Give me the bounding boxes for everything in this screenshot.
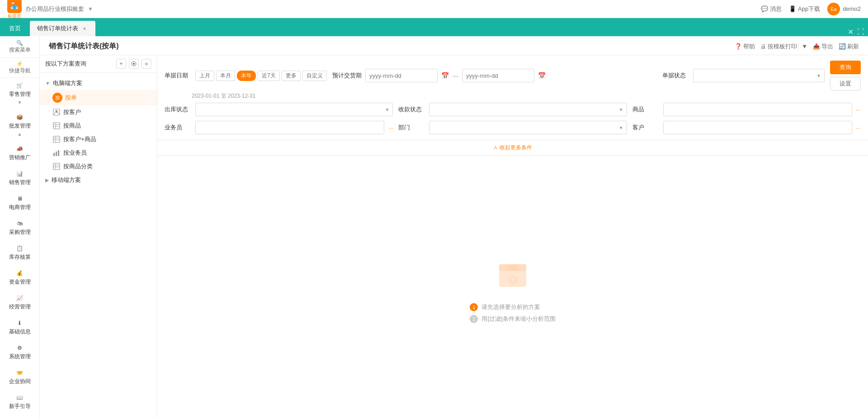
date-btn-7days[interactable]: 近7天 <box>258 71 280 81</box>
tree-item-by-goods[interactable]: 按商品 <box>40 119 157 133</box>
calendar-icon-1: 📅 <box>441 72 449 79</box>
export-btn[interactable]: 📤 导出 <box>813 43 833 51</box>
sidebar-item-system[interactable]: ⚙ 系统管理 <box>0 340 39 365</box>
bill-status-select[interactable] <box>693 69 825 82</box>
bill-status-label: 单据状态 <box>662 71 689 80</box>
sidebar-item-sales[interactable]: 📊 销售管理 <box>0 166 39 191</box>
sidebar-item-inventory[interactable]: 📋 库存核算 <box>0 241 39 266</box>
customer-label: 客户 <box>632 124 660 132</box>
company-dropdown-icon[interactable]: ▼ <box>88 6 93 12</box>
refresh-icon: 🔄 <box>839 43 846 50</box>
sidebar-item-finance[interactable]: 💰 资金管理 <box>0 266 39 290</box>
filter-group-payment: 收款状态 ▼ <box>398 103 627 116</box>
left-panel-icons: + « <box>116 59 151 69</box>
empty-icon: ? <box>490 251 535 296</box>
goods-label: 商品 <box>632 105 660 114</box>
empty-state: ? 1 请先选择要分析的方案 2 用[过滤]条件来缩小分析范围 <box>470 251 555 323</box>
expected-delivery-start[interactable] <box>365 69 438 82</box>
sidebar-item-quick-nav[interactable]: ⚡ 快捷导航 <box>0 58 39 78</box>
print-btn[interactable]: 🖨 按模板打印 ▼ <box>760 43 807 51</box>
delivery-status-label: 出库状态 <box>165 105 192 114</box>
salesman-input[interactable] <box>195 121 384 134</box>
sidebar-item-app-center[interactable]: 🔲 应用中心 <box>0 415 39 418</box>
sidebar-search[interactable]: 🔍 搜索菜单 <box>0 36 39 58</box>
export-icon: 📤 <box>813 43 820 50</box>
tree-item-by-customer-goods[interactable]: 按客户+商品 <box>40 133 157 146</box>
filter-group-date: 单据日期 上月 本月 本年 近7天 更多 自定义 <box>165 71 327 81</box>
sidebar-item-enterprise[interactable]: 🤝 企业协同 <box>0 365 39 390</box>
payment-status-select-wrapper: ▼ <box>429 103 627 116</box>
sidebar-item-ecommerce[interactable]: 🖥 电商管理 <box>0 191 39 216</box>
payment-status-select[interactable] <box>429 103 627 116</box>
username: demo2 <box>843 5 861 12</box>
tab-close-icon[interactable]: × <box>81 25 88 32</box>
help-btn[interactable]: ❓ 帮助 <box>735 43 755 51</box>
finance-icon: 💰 <box>16 270 23 276</box>
tree-group-header-pc[interactable]: ▼ 电脑端方案 <box>40 76 157 90</box>
date-btn-last-month[interactable]: 上月 <box>195 71 214 81</box>
tree-item-by-goods-category[interactable]: 按商品分类 <box>40 160 157 173</box>
tab-bar-right: ✕ ⛶ <box>848 28 868 36</box>
left-panel-title: 按以下方案查询 <box>45 60 113 68</box>
setting-button[interactable]: 设置 <box>830 77 861 90</box>
step-num-1: 1 <box>470 303 478 311</box>
enterprise-icon: 🤝 <box>16 370 23 376</box>
tree-group-mobile: ▶ 移动端方案 <box>40 173 157 187</box>
marketing-icon: 📣 <box>16 146 23 152</box>
sidebar-item-wholesale[interactable]: 📦 批发管理 ▲ <box>0 109 39 141</box>
business-icon: 📈 <box>16 295 23 301</box>
sidebar-item-retail[interactable]: 🛒 零售管理 ▼ <box>0 78 39 109</box>
svg-point-3 <box>56 110 58 113</box>
sidebar-item-business[interactable]: 📈 经营管理 <box>0 290 39 315</box>
filter-group-delivery: 出库状态 ▼ <box>165 103 393 116</box>
wholesale-icon: 📦 <box>16 114 23 120</box>
goods-more-btn[interactable]: ··· <box>856 106 861 113</box>
query-button[interactable]: 查询 <box>830 61 861 74</box>
sales-icon: 📊 <box>16 171 23 177</box>
date-btn-more[interactable]: 更多 <box>282 71 301 81</box>
goods-input[interactable] <box>663 103 852 116</box>
window-maximize-btn[interactable]: ⛶ <box>857 28 864 36</box>
collapse-panel-btn[interactable]: « <box>142 59 151 69</box>
add-scheme-btn[interactable]: + <box>116 59 126 69</box>
delivery-status-select[interactable] <box>195 103 393 116</box>
collapse-bar[interactable]: ∧ 收起更多条件 <box>157 140 868 156</box>
salesman-more-btn[interactable]: ··· <box>388 124 393 131</box>
window-close-btn[interactable]: ✕ <box>848 28 854 36</box>
sidebar-item-purchase[interactable]: 🛍 采购管理 <box>0 216 39 241</box>
customer-more-btn[interactable]: ··· <box>856 124 861 131</box>
date-btn-this-month[interactable]: 本月 <box>216 71 235 81</box>
filter-row-3: 业务员 ··· 部门 ▼ <box>165 121 861 134</box>
sidebar-item-marketing[interactable]: 📣 营销推广 <box>0 141 39 166</box>
tree-item-by-customer[interactable]: 按客户 <box>40 105 157 119</box>
edit-scheme-btn[interactable] <box>129 59 139 69</box>
tree-item-by-order[interactable]: 按 按单 <box>40 90 157 105</box>
expected-delivery-end[interactable] <box>462 69 534 82</box>
sidebar-item-basic-info[interactable]: ℹ 基础信息 <box>0 315 39 340</box>
tree-item-by-salesman[interactable]: 按业务员 <box>40 146 157 160</box>
logo-icon: 🏪 <box>7 0 22 13</box>
app-download-btn[interactable]: 📱 App下载 <box>789 5 820 13</box>
inventory-icon: 📋 <box>16 245 23 252</box>
tree-group-header-mobile[interactable]: ▶ 移动端方案 <box>40 173 157 187</box>
action-buttons: 查询 设置 <box>830 61 861 90</box>
message-btn[interactable]: 💬 消息 <box>761 5 782 13</box>
inner-layout: 按以下方案查询 + « ▼ 电脑端方案 <box>40 55 868 418</box>
date-btn-this-year[interactable]: 本年 <box>237 71 256 81</box>
dept-select[interactable] <box>429 121 627 134</box>
filter-row-2: 出库状态 ▼ 收款状态 <box>165 103 861 116</box>
refresh-btn[interactable]: 🔄 刷新 <box>839 43 859 51</box>
user-area[interactable]: Ea demo2 <box>827 3 861 15</box>
basic-info-icon: ℹ <box>19 320 21 326</box>
print-dropdown-icon[interactable]: ▼ <box>798 43 807 50</box>
date-buttons: 上月 本月 本年 近7天 更多 自定义 <box>195 71 327 81</box>
tree-group-pc: ▼ 电脑端方案 按 按单 按客户 <box>40 76 157 173</box>
svg-rect-15 <box>53 163 60 170</box>
dept-select-wrapper: ▼ <box>429 121 627 134</box>
sidebar-item-newbie[interactable]: 📖 新手引导 <box>0 390 39 415</box>
by-salesman-icon <box>52 149 61 157</box>
date-btn-custom[interactable]: 自定义 <box>302 71 327 81</box>
tab-sales-order[interactable]: 销售订单统计表 × <box>30 21 95 36</box>
tab-home[interactable]: 首页 <box>2 21 28 36</box>
customer-input[interactable] <box>663 121 852 134</box>
